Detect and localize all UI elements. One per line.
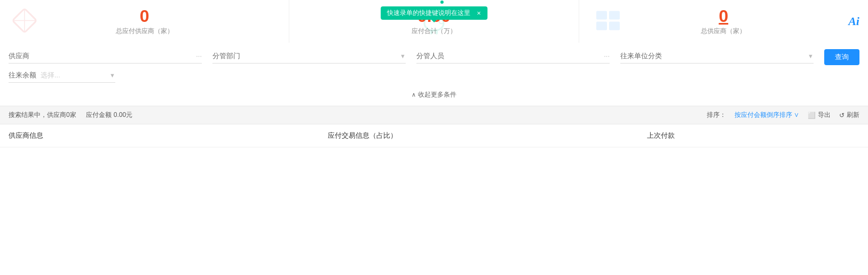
balance-label: 往来余额 bbox=[9, 70, 36, 80]
stat-total-suppliers: 0 总供应商（家） Ai bbox=[579, 0, 868, 43]
payable-amount-label: 应付金额 0.00元 bbox=[86, 111, 132, 119]
svg-rect-9 bbox=[609, 11, 620, 20]
person-filter: 分管人员 ··· bbox=[416, 51, 610, 64]
supplier-input[interactable] bbox=[38, 52, 196, 60]
export-label: 导出 bbox=[818, 111, 831, 120]
table-container: 供应商信息 应付交易信息（占比） 上次付款 bbox=[0, 124, 868, 275]
diamond-bg-icon bbox=[11, 7, 38, 36]
export-button[interactable]: ⬜ 导出 bbox=[808, 111, 831, 120]
stat1-label: 总应付供应商（家） bbox=[116, 27, 173, 36]
stat3-number: 0 bbox=[719, 7, 728, 26]
sort-value-text: 按应付会额倒序排序 bbox=[735, 111, 792, 119]
unit-category-arrow[interactable]: ▼ bbox=[808, 53, 814, 59]
ai-badge: Ai bbox=[848, 14, 859, 28]
collapse-label: 收起更多条件 bbox=[418, 90, 456, 99]
supplier-label: 供应商 bbox=[9, 51, 34, 61]
table-col1-header: 供应商信息 bbox=[9, 131, 328, 140]
collapse-chevron-icon: ∧ bbox=[412, 91, 416, 98]
balance-arrow[interactable]: ▼ bbox=[109, 72, 115, 78]
collapse-button[interactable]: ∧ 收起更多条件 bbox=[412, 90, 456, 99]
stat2-label: 应付合计（万） bbox=[412, 27, 456, 36]
result-separator bbox=[78, 111, 84, 119]
person-more-icon[interactable]: ··· bbox=[604, 52, 610, 60]
collapse-row: ∧ 收起更多条件 bbox=[9, 88, 859, 104]
refresh-icon: ↺ bbox=[839, 112, 845, 119]
table-header: 供应商信息 应付交易信息（占比） 上次付款 bbox=[0, 124, 868, 147]
supplier-more-icon[interactable]: ··· bbox=[196, 52, 202, 60]
svg-rect-8 bbox=[596, 11, 607, 20]
export-icon: ⬜ bbox=[808, 112, 816, 119]
department-filter: 分管部门 ▼ bbox=[212, 51, 406, 64]
filter-row-1: 供应商 ··· 分管部门 ▼ 分管人员 ··· 往来单位分类 ▼ 查询 bbox=[9, 49, 859, 65]
stat3-label: 总供应商（家） bbox=[701, 27, 746, 36]
balance-value: 选择... bbox=[41, 70, 109, 80]
stat-total-payable-amount: 快速录单的快捷键说明在这里 × 0.00 应付合计（万） bbox=[289, 0, 579, 43]
search-button[interactable]: 查询 bbox=[824, 49, 859, 65]
table-col2-header: 应付交易信息（占比） bbox=[328, 131, 647, 140]
balance-filter: 往来余额 选择... ▼ bbox=[9, 70, 115, 83]
department-label: 分管部门 bbox=[212, 51, 240, 61]
filter-row-2: 往来余额 选择... ▼ bbox=[9, 70, 859, 83]
stat-total-payable-suppliers: 0 总应付供应商（家） bbox=[0, 0, 289, 43]
search-result-label: 搜索结果中，供应商0家 bbox=[9, 111, 76, 119]
result-actions: 排序： 按应付会额倒序排序 ∨ ⬜ 导出 ↺ 刷新 bbox=[707, 111, 859, 120]
table-col3-header: 上次付款 bbox=[647, 131, 860, 140]
stats-container: 0 总应付供应商（家） 快速录单的快捷键说明在这里 × 0.00 应付合 bbox=[0, 0, 868, 43]
grid-bg-icon bbox=[595, 10, 622, 33]
filter-section: 供应商 ··· 分管部门 ▼ 分管人员 ··· 往来单位分类 ▼ 查询 往来余额… bbox=[0, 43, 868, 106]
svg-rect-11 bbox=[609, 22, 620, 30]
refresh-label: 刷新 bbox=[847, 111, 859, 120]
unit-category-filter: 往来单位分类 ▼ bbox=[620, 51, 814, 64]
sort-label: 排序： bbox=[707, 111, 726, 120]
sort-value[interactable]: 按应付会额倒序排序 ∨ bbox=[735, 111, 799, 120]
person-label: 分管人员 bbox=[416, 51, 444, 61]
unit-category-label: 往来单位分类 bbox=[620, 51, 662, 61]
stat3-inner: 0 总供应商（家） bbox=[701, 7, 746, 36]
table-body bbox=[0, 147, 868, 275]
tooltip-text: 快速录单的快捷键说明在这里 bbox=[387, 9, 470, 18]
tooltip-close-btn[interactable]: × bbox=[477, 9, 481, 17]
result-info: 搜索结果中，供应商0家 应付金额 0.00元 bbox=[9, 111, 132, 120]
result-bar: 搜索结果中，供应商0家 应付金额 0.00元 排序： 按应付会额倒序排序 ∨ ⬜… bbox=[0, 106, 868, 124]
person-input[interactable] bbox=[448, 52, 604, 60]
department-arrow[interactable]: ▼ bbox=[400, 53, 406, 59]
supplier-filter: 供应商 ··· bbox=[9, 51, 202, 64]
tooltip-bar: 快速录单的快捷键说明在这里 × bbox=[381, 6, 487, 20]
svg-rect-10 bbox=[596, 22, 607, 30]
refresh-button[interactable]: ↺ 刷新 bbox=[839, 111, 859, 120]
tooltip-dot bbox=[439, 0, 445, 5]
stat1-number: 0 bbox=[140, 7, 149, 26]
stat1-inner: 0 总应付供应商（家） bbox=[116, 7, 173, 36]
sort-arrow-icon: ∨ bbox=[794, 111, 799, 119]
